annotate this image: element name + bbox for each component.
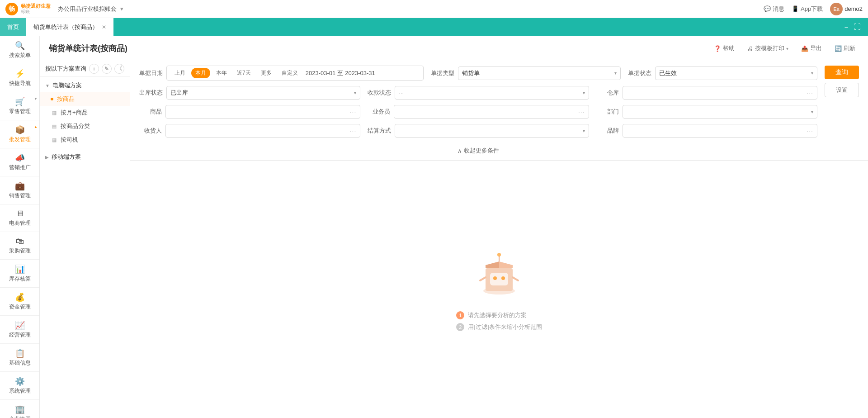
setting-button[interactable]: 设置	[825, 83, 859, 97]
scheme-desktop-group: ▼ 电脑端方案 按商品 ▦ 按月+商品 ▤ 按商品分类	[40, 77, 130, 148]
help-icon: ❓	[714, 45, 721, 52]
scheme-item-by-category[interactable]: ▤ 按商品分类	[40, 119, 130, 133]
product-control[interactable]: ···	[165, 105, 360, 119]
collapse-scheme-btn[interactable]: 《	[114, 64, 124, 74]
scheme-desktop-group-header[interactable]: ▼ 电脑端方案	[40, 79, 130, 92]
wholesale-icon: 📦	[15, 125, 25, 135]
payment-control[interactable]: ▾	[395, 124, 589, 138]
logo-icon: 畅	[5, 3, 18, 15]
pill-this-month[interactable]: 本月	[191, 68, 210, 78]
tab-minimize-icon[interactable]: －	[843, 23, 850, 32]
scheme-panel-title: 按以下方案查询	[45, 65, 86, 73]
pill-custom[interactable]: 自定义	[278, 68, 302, 78]
ecommerce-icon: 🖥	[16, 209, 24, 218]
warehouse-label: 仓库	[596, 89, 619, 97]
brand-control[interactable]: ···	[623, 124, 817, 138]
sidebar-item-retail[interactable]: 🛒 零售管理 ▼	[0, 92, 39, 120]
export-btn[interactable]: 📤 导出	[797, 43, 826, 54]
print-btn[interactable]: 🖨 按模板打印 ▾	[744, 43, 792, 54]
desktop-group-arrow: ▼	[45, 83, 50, 88]
pill-last-month[interactable]: 上月	[170, 68, 189, 78]
tab-close-icon[interactable]: ✕	[102, 24, 106, 30]
tab-maximize-icon[interactable]: ⛶	[854, 23, 861, 31]
sidebar-item-wholesale[interactable]: 📦 批发管理 ▲	[0, 120, 39, 148]
filter-salesman-field: 业务员 ···	[368, 105, 589, 119]
enterprise-icon: 🏢	[15, 404, 25, 414]
user-area[interactable]: Ea demo2	[830, 3, 863, 15]
scheme-mobile-group: ▶ 移动端方案	[40, 148, 130, 166]
filter-btn-group: 查询 设置	[825, 66, 859, 97]
filter-brand-field: 品牌 ···	[596, 124, 817, 138]
query-button[interactable]: 查询	[825, 66, 859, 79]
message-btn[interactable]: 💬 消息	[764, 5, 784, 13]
out-status-control[interactable]: 已出库 ▾	[166, 86, 360, 100]
sales-mgmt-icon: 💼	[15, 181, 25, 191]
topbar-right: 💬 消息 📱 App下载 Ea demo2	[764, 3, 863, 15]
message-icon: 💬	[764, 5, 771, 12]
doc-type-label: 单据类型	[431, 69, 454, 77]
doc-status-control[interactable]: 已生效 ▾	[655, 66, 817, 80]
product-dots: ···	[350, 108, 357, 115]
quick-nav-icon: ⚡	[15, 69, 25, 79]
date-control[interactable]: 上月 本月 本年 近7天 更多 自定义	[166, 66, 424, 81]
filter-product-field: 商品 ···	[139, 105, 360, 119]
scheme-mobile-group-header[interactable]: ▶ 移动端方案	[40, 150, 130, 164]
pill-this-year[interactable]: 本年	[212, 68, 231, 78]
warehouse-control[interactable]: ···	[623, 86, 817, 100]
doc-type-control[interactable]: 销货单 ▾	[458, 66, 620, 80]
add-scheme-btn[interactable]: ＋	[89, 64, 99, 74]
dropdown-arrow[interactable]: ▾	[120, 5, 123, 12]
filter-department-field: 部门 ▾	[596, 105, 817, 119]
filter-row-3: 商品 ··· 业务员	[139, 105, 817, 119]
tab-home[interactable]: 首页	[0, 18, 26, 36]
svg-point-5	[493, 276, 497, 280]
sidebar-item-enterprise[interactable]: 🏢 企业协同	[0, 400, 39, 418]
date-to[interactable]: 2023-03-31	[345, 70, 375, 76]
refresh-btn[interactable]: 🔄 刷新	[831, 43, 859, 54]
salesman-dots: ···	[578, 108, 585, 115]
scheme-item-by-product[interactable]: 按商品	[40, 92, 130, 106]
sidebar-item-operations[interactable]: 📈 经营管理	[0, 316, 39, 344]
date-label: 单据日期	[139, 69, 163, 77]
sidebar-item-inventory[interactable]: 📊 库存核算	[0, 260, 39, 288]
edit-scheme-btn[interactable]: ✎	[102, 64, 112, 74]
filter-out-status-field: 出库状态 已出库 ▾	[139, 86, 360, 100]
doc-type-value: 销货单	[462, 69, 480, 77]
item-icon-category: ▤	[51, 123, 58, 130]
consignee-dots: ···	[350, 127, 357, 134]
pill-more[interactable]: 更多	[257, 68, 276, 78]
tab-sales-stat[interactable]: 销货单统计表（按商品） ✕	[26, 18, 113, 36]
logo-area[interactable]: 畅 畅捷通好生意 标账	[5, 3, 51, 15]
pill-last-7[interactable]: 近7天	[233, 68, 255, 78]
print-dropdown-arrow: ▾	[786, 46, 788, 51]
retail-arrow: ▼	[34, 97, 38, 101]
sidebar-item-system[interactable]: ⚙️ 系统管理	[0, 372, 39, 400]
active-dot	[51, 98, 53, 100]
receipt-status-control[interactable]: ··· ▾	[395, 86, 589, 100]
page-title: 销货单统计表(按商品)	[49, 43, 127, 54]
consignee-control[interactable]: ···	[165, 124, 360, 138]
sidebar-item-search[interactable]: 🔍 搜索菜单	[0, 36, 39, 64]
salesman-control[interactable]: ···	[394, 105, 589, 119]
sidebar-item-marketing[interactable]: 📣 营销推广	[0, 148, 39, 176]
scheme-item-by-printer[interactable]: ▦ 按司机	[40, 133, 130, 147]
brand-label: 品牌	[596, 127, 619, 135]
date-from[interactable]: 2023-03-01	[306, 70, 336, 76]
help-btn[interactable]: ❓ 帮助	[710, 43, 738, 54]
receipt-status-label: 收款状态	[368, 89, 391, 97]
department-label: 部门	[596, 108, 619, 116]
empty-tips: 1 请先选择要分析的方案 2 用[过滤]条件来缩小分析范围	[456, 311, 542, 331]
sidebar-item-purchase[interactable]: 🛍 采购管理	[0, 232, 39, 260]
sidebar-item-finance[interactable]: 💰 资金管理	[0, 288, 39, 316]
svg-marker-3	[499, 261, 513, 268]
scheme-item-by-month-product[interactable]: ▦ 按月+商品	[40, 106, 130, 119]
sidebar-item-basic-info[interactable]: 📋 基础信息	[0, 344, 39, 372]
sidebar-item-ecommerce[interactable]: 🖥 电商管理	[0, 204, 39, 232]
sidebar-item-quick-nav[interactable]: ⚡ 快捷导航	[0, 64, 39, 92]
sidebar-item-sales-mgmt[interactable]: 💼 销售管理	[0, 176, 39, 204]
department-control[interactable]: ▾	[623, 105, 817, 119]
app-download-btn[interactable]: 📱 App下载	[792, 5, 823, 13]
collapse-conditions-btn[interactable]: ∧ 收起更多条件	[458, 147, 499, 155]
search-icon: 🔍	[15, 41, 25, 51]
tabbar: 首页 销货单统计表（按商品） ✕ － ⛶	[0, 18, 868, 36]
